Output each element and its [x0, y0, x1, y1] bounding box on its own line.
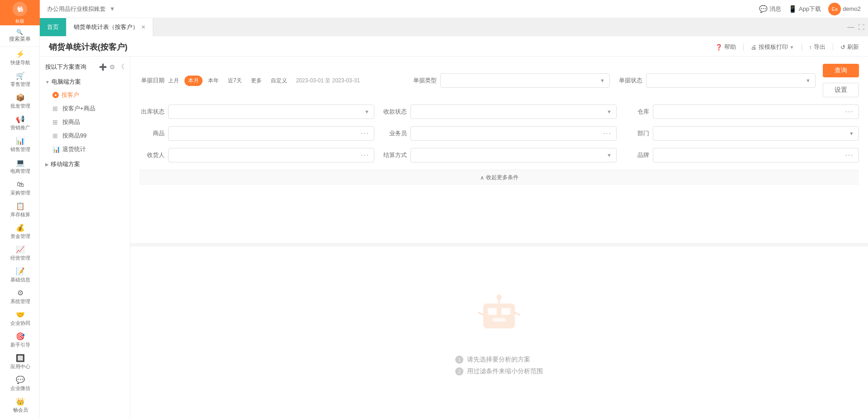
filter-warehouse: 仓库 ··· [624, 104, 859, 119]
date-tab-custom[interactable]: 自定义 [267, 76, 291, 86]
sidebar-item-ecommerce[interactable]: 💻 电商管理 [0, 156, 40, 177]
template-print-button[interactable]: 🖨 按模板打印 ▼ [751, 43, 794, 51]
warehouse-label: 仓库 [624, 108, 649, 116]
order-status-select[interactable]: ▼ [646, 73, 816, 88]
collapse-bar[interactable]: ∧ 收起更多条件 [139, 170, 859, 185]
scheme-item-by-product99[interactable]: ⊞ 按商品99 [40, 129, 130, 142]
svg-line-9 [515, 313, 519, 315]
sidebar-item-retail[interactable]: 🛒 零售管理 [0, 69, 40, 90]
right-panel: 单据日期 上月 本月 本年 近7天 更多 自定义 20 [130, 57, 868, 418]
app-download-button[interactable]: 📱 App下载 [788, 5, 821, 13]
product-label: 商品 [139, 129, 165, 138]
out-status-label: 出库状态 [139, 108, 165, 116]
sidebar-app-center-label: 应用中心 [10, 363, 30, 370]
date-tab-this-year[interactable]: 本年 [204, 76, 222, 86]
settings-button[interactable]: 设置 [823, 83, 859, 97]
date-tab-last7days[interactable]: 近7天 [224, 76, 245, 86]
date-tab-this-month[interactable]: 本月 [184, 76, 203, 86]
export-button[interactable]: ↑ 导出 [809, 43, 826, 51]
scheme-panel-icons: ➕ ⚙ 《 [99, 63, 124, 71]
user-menu[interactable]: Ea demo2 [828, 3, 861, 15]
filter-salesperson: 业务员 ··· [382, 126, 617, 141]
product-select[interactable]: ··· [168, 126, 374, 141]
sidebar-item-inventory[interactable]: 📋 库存核算 [0, 199, 40, 221]
sidebar-item-sales[interactable]: 📊 销售管理 [0, 134, 40, 156]
empty-hint-1: 1 请先选择要分析的方案 [455, 356, 543, 364]
search-button[interactable]: 查询 [823, 64, 859, 77]
order-type-chevron: ▼ [600, 78, 605, 83]
message-button[interactable]: 💬 消息 [759, 5, 781, 13]
sidebar-item-basic-info[interactable]: 📝 基础信息 [0, 264, 40, 286]
salesperson-select[interactable]: ··· [410, 126, 617, 141]
scheme-group-desktop-header[interactable]: ▼ 电脑端方案 [40, 76, 130, 88]
sidebar-item-purchase[interactable]: 🛍 采购管理 [0, 177, 40, 199]
tab-home[interactable]: 首页 [40, 18, 66, 36]
settlement-select[interactable]: ▼ [410, 148, 617, 162]
sidebar-item-finance[interactable]: 💰 资金管理 [0, 221, 40, 242]
export-icon: ↑ [809, 44, 812, 51]
tab-expand-icon[interactable]: ⛶ [858, 24, 864, 31]
sidebar-item-wholesale[interactable]: 📦 批发管理 [0, 90, 40, 112]
department-select[interactable]: ▼ [653, 126, 859, 141]
tab-close-icon[interactable]: ✕ [141, 24, 146, 30]
svg-line-8 [479, 313, 483, 315]
refresh-label: 刷新 [847, 43, 859, 51]
grid-icon-1: ⊞ [52, 105, 60, 112]
sidebar-item-member[interactable]: 👑 畅会员 [0, 394, 40, 416]
svg-rect-4 [501, 308, 510, 315]
filter-department: 部门 ▼ [624, 126, 859, 141]
warehouse-dots: ··· [845, 108, 854, 116]
sidebar-item-wechat[interactable]: 💬 企业微信 [0, 373, 40, 394]
svg-point-7 [496, 294, 502, 300]
sidebar-enterprise-label: 企业协同 [10, 320, 30, 327]
scheme-item-return-stat[interactable]: 📊 退货统计 [40, 142, 130, 156]
collapse-label: 收起更多条件 [486, 174, 519, 181]
refresh-button[interactable]: ↺ 刷新 [840, 43, 859, 51]
scheme-panel-header: 按以下方案查询 ➕ ⚙ 《 [40, 60, 130, 74]
sidebar-item-app-center[interactable]: 🔲 应用中心 [0, 351, 40, 373]
template-print-arrow: ▼ [790, 45, 794, 50]
scheme-group-mobile-header[interactable]: ▶ 移动端方案 [40, 158, 130, 171]
scheme-item-by-product[interactable]: ⊞ 按商品 [40, 115, 130, 129]
brand-select[interactable]: ··· [653, 148, 859, 162]
sidebar-member-label: 畅会员 [13, 407, 28, 413]
print-icon: 🖨 [751, 44, 757, 51]
scheme-item-by-customer-product[interactable]: ⊞ 按客户+商品 [40, 102, 130, 115]
add-scheme-icon[interactable]: ➕ [99, 63, 107, 71]
dropdown-icon[interactable]: ▼ [109, 5, 115, 12]
sidebar-item-operations[interactable]: 📈 经营管理 [0, 242, 40, 264]
filter-receipt-status: 收款状态 ▼ [382, 104, 617, 119]
receipt-status-select[interactable]: ▼ [410, 104, 617, 119]
hint-text-2: 用过滤条件来缩小分析范围 [467, 367, 543, 375]
sidebar-item-marketing[interactable]: 📢 营销推广 [0, 112, 40, 134]
tab-sales-stat[interactable]: 销货单统计表（按客户） ✕ [66, 18, 153, 36]
collapse-scheme-icon[interactable]: 《 [118, 63, 124, 71]
warehouse-select[interactable]: ··· [653, 104, 859, 119]
receiver-select[interactable]: ··· [168, 148, 374, 162]
empty-icon [472, 285, 526, 340]
sidebar-wechat-label: 企业微信 [10, 385, 30, 392]
basic-info-icon: 📝 [16, 267, 25, 276]
svg-rect-2 [483, 304, 515, 328]
sidebar: 畅 标版 🔍 搜索菜单 ⚡ 快捷导航 🛒 零售管理 📦 批发管理 📢 营销推广 … [0, 0, 40, 418]
tabbar: 首页 销货单统计表（按客户） ✕ — ⛶ [40, 18, 868, 36]
out-status-select[interactable]: ▼ [168, 104, 374, 119]
sidebar-item-newbie[interactable]: 🎯 新手引导 [0, 329, 40, 351]
date-tab-more[interactable]: 更多 [247, 76, 265, 86]
order-type-select[interactable]: ▼ [440, 73, 610, 88]
filter-out-status: 出库状态 ▼ [139, 104, 374, 119]
settings-scheme-icon[interactable]: ⚙ [109, 63, 115, 71]
date-tab-last-month[interactable]: 上月 [165, 76, 183, 86]
date-filter-controls: 上月 本月 本年 近7天 更多 自定义 2023-03-01 至 2023-03… [165, 76, 404, 86]
order-status-label: 单据状态 [617, 76, 642, 85]
sidebar-item-system[interactable]: ⚙ 系统管理 [0, 286, 40, 308]
sidebar-item-search[interactable]: 🔍 搜索菜单 [0, 25, 40, 47]
tab-minimize-icon[interactable]: — [847, 23, 854, 31]
sidebar-item-enterprise[interactable]: 🤝 企业协同 [0, 308, 40, 329]
page-header: 销货单统计表(按客户) ❓ 帮助 🖨 按模板打印 ▼ ↑ [40, 36, 868, 57]
scheme-item-by-customer[interactable]: ● 按客户 [40, 88, 130, 102]
scheme-group-mobile: ▶ 移动端方案 [40, 158, 130, 171]
help-button[interactable]: ❓ 帮助 [715, 43, 736, 51]
salesperson-label: 业务员 [382, 129, 407, 138]
sidebar-item-quick-nav[interactable]: ⚡ 快捷导航 [0, 47, 40, 69]
